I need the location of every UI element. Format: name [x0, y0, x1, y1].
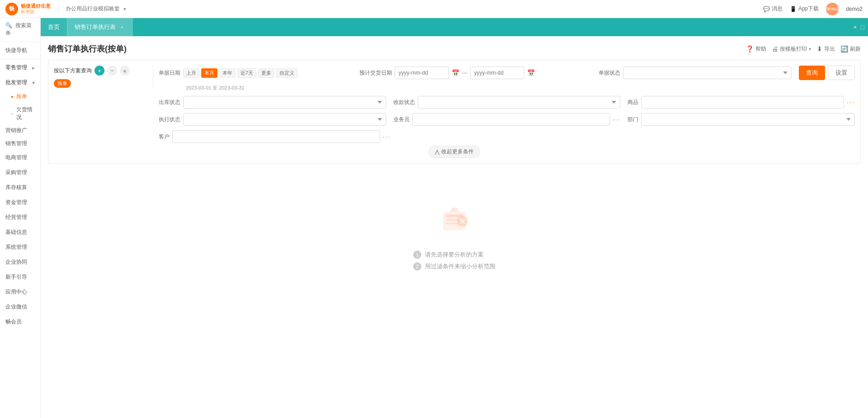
sidebar-item-purchase[interactable]: 采购管理: [0, 165, 40, 180]
header-left: 畅 畅捷通好生意 标准版 办公用品行业模拟账套 ▾: [5, 3, 126, 15]
date-btn-more[interactable]: 更多: [258, 68, 274, 78]
salesperson-more-btn[interactable]: ···: [613, 116, 621, 123]
empty-step2: 2 用过滤条件来缩小分析范围: [413, 262, 495, 271]
main-layout: 🔍 搜索菜单 快捷导航 零售管理 ▸ 批发管理 ▾ ● 按单 ○ 欠货情况 营销…: [0, 18, 868, 418]
sidebar-sub-item-order[interactable]: ● 按单: [0, 90, 40, 103]
collection-label: 收款状态: [393, 99, 415, 106]
export-icon: ⬇: [817, 45, 822, 52]
settings-btn[interactable]: 设置: [828, 66, 855, 80]
empty-steps: 1 请先选择要分析的方案 2 用过滤条件来缩小分析范围: [413, 251, 495, 274]
user-name[interactable]: demo2: [846, 6, 863, 12]
help-btn[interactable]: ❓ 帮助: [746, 45, 766, 53]
outbound-select[interactable]: [183, 96, 386, 109]
date-separator: —: [462, 70, 467, 76]
user-avatar[interactable]: demo2: [826, 3, 839, 15]
tab-bar: 首页 销售订单执行表 × × □: [41, 18, 868, 36]
print-dropdown-icon[interactable]: ▾: [809, 46, 811, 52]
refresh-icon: 🔄: [840, 45, 848, 52]
date-btn-custom[interactable]: 自定义: [276, 68, 297, 78]
sidebar-item-newbie[interactable]: 新手引导: [0, 270, 40, 285]
sidebar-item-system[interactable]: 系统管理: [0, 240, 40, 255]
expected-date-end[interactable]: [470, 66, 524, 79]
customer-input[interactable]: [172, 130, 380, 143]
sidebar-item-quick-nav[interactable]: 快捷导航: [0, 43, 40, 58]
date-btn-this-year[interactable]: 本年: [219, 68, 236, 78]
svg-rect-2: [445, 219, 459, 221]
collapse-row: ⋀ 收起更多条件: [54, 143, 855, 158]
collapse-more-btn[interactable]: ⋀ 收起更多条件: [429, 146, 480, 158]
message-icon: 💬: [763, 6, 770, 12]
page-actions: ❓ 帮助 🖨 按模板打印 ▾ ⬇ 导出 🔄: [746, 45, 861, 53]
top-header: 畅 畅捷通好生意 标准版 办公用品行业模拟账套 ▾ 💬 消息 📱 App下载 d…: [0, 0, 868, 18]
sidebar-sub-item-debt[interactable]: ○ 欠货情况: [0, 103, 40, 124]
execution-select[interactable]: [183, 113, 386, 126]
goods-input[interactable]: [641, 96, 844, 109]
filter-row1: 按以下方案查询 + − « 按单: [54, 66, 855, 143]
del-scheme-btn[interactable]: −: [107, 66, 117, 76]
customer-label: 客户: [159, 133, 170, 141]
expected-date-label: 预计交货日期: [359, 69, 392, 77]
date-btn-7days[interactable]: 近7天: [237, 68, 256, 78]
window-close-btn[interactable]: ×: [853, 24, 857, 31]
print-btn[interactable]: 🖨 按模板打印 ▾: [772, 45, 811, 53]
sidebar-item-marketing[interactable]: 营销推广: [0, 124, 40, 137]
sidebar-divider2: [0, 59, 40, 59]
sidebar-search[interactable]: 🔍 搜索菜单: [0, 18, 40, 41]
tab-close-btn[interactable]: ×: [118, 24, 126, 31]
search-btn[interactable]: 查询: [799, 66, 825, 80]
collapse-up-icon: ⋀: [435, 149, 439, 155]
collection-select[interactable]: [418, 96, 621, 109]
print-icon: 🖨: [772, 45, 778, 52]
empty-state: 1 请先选择要分析的方案 2 用过滤条件来缩小分析范围: [48, 169, 861, 301]
status-field: 单据状态: [599, 66, 792, 79]
sidebar-item-wechat[interactable]: 企业微信: [0, 299, 40, 314]
app-title[interactable]: 办公用品行业模拟账套: [66, 5, 120, 13]
goods-more-btn[interactable]: ···: [847, 99, 855, 106]
divider: [58, 5, 58, 14]
sidebar-item-enterprise[interactable]: 企业协同: [0, 255, 40, 270]
app-title-dropdown-icon[interactable]: ▾: [123, 6, 126, 12]
sidebar-item-sales[interactable]: 销售管理: [0, 137, 40, 150]
department-select[interactable]: [641, 113, 855, 126]
date-btn-last-month[interactable]: 上月: [183, 68, 199, 78]
tab-sales-order[interactable]: 销售订单执行表 ×: [67, 18, 133, 36]
customer-more-btn[interactable]: ···: [383, 133, 391, 140]
message-btn[interactable]: 💬 消息: [763, 5, 783, 13]
salesperson-input[interactable]: [412, 113, 610, 126]
empty-step1: 1 请先选择要分析的方案: [413, 251, 495, 259]
chevron-down-icon: ▾: [32, 80, 35, 86]
sidebar-item-operations[interactable]: 经营管理: [0, 210, 40, 225]
sidebar: 🔍 搜索菜单 快捷导航 零售管理 ▸ 批发管理 ▾ ● 按单 ○ 欠货情况 营销…: [0, 18, 41, 418]
sidebar-item-basic[interactable]: 基础信息: [0, 225, 40, 240]
scheme-panel: 按以下方案查询 + − « 按单: [54, 66, 153, 88]
sidebar-item-ecommerce[interactable]: 电商管理: [0, 150, 40, 165]
active-icon: ●: [11, 94, 14, 99]
calendar-icon2[interactable]: 📅: [527, 69, 535, 76]
filter-fields-row1: 单据日期 上月 本月 本年 近7天 更多 自定义: [159, 66, 855, 80]
sidebar-item-finance[interactable]: 资金管理: [0, 195, 40, 210]
sidebar-item-inventory[interactable]: 库存核算: [0, 180, 40, 195]
date-range-display: 2023-03-01 至 2023-03-31: [186, 85, 855, 91]
scheme-active-tag[interactable]: 按单: [54, 79, 71, 88]
search-icon: 🔍: [5, 22, 12, 28]
date-btn-this-month[interactable]: 本月: [201, 68, 217, 78]
sidebar-item-member[interactable]: 畅会员: [0, 314, 40, 329]
app-download-btn[interactable]: 📱 App下载: [790, 5, 819, 13]
collapse-scheme-btn[interactable]: «: [120, 66, 130, 76]
inactive-icon: ○: [11, 111, 14, 116]
scheme-header: 按以下方案查询 + − «: [54, 66, 147, 76]
add-scheme-btn[interactable]: +: [94, 66, 104, 76]
export-btn[interactable]: ⬇ 导出: [817, 45, 835, 53]
sidebar-item-retail[interactable]: 零售管理 ▸: [0, 60, 40, 75]
date-quick-options: 上月 本月 本年 近7天 更多 自定义: [183, 68, 297, 78]
window-maximize-btn[interactable]: □: [861, 24, 864, 31]
status-select[interactable]: [623, 66, 792, 79]
refresh-btn[interactable]: 🔄 刷新: [840, 45, 861, 53]
calendar-icon1[interactable]: 📅: [452, 69, 459, 76]
filter-fields-row4: 客户 ···: [159, 130, 855, 143]
tab-home[interactable]: 首页: [41, 18, 67, 36]
sidebar-item-wholesale[interactable]: 批发管理 ▾: [0, 75, 40, 90]
logo-area: 畅 畅捷通好生意 标准版: [5, 3, 51, 15]
expected-date-start[interactable]: [395, 66, 449, 79]
sidebar-item-apps[interactable]: 应用中心: [0, 285, 40, 299]
